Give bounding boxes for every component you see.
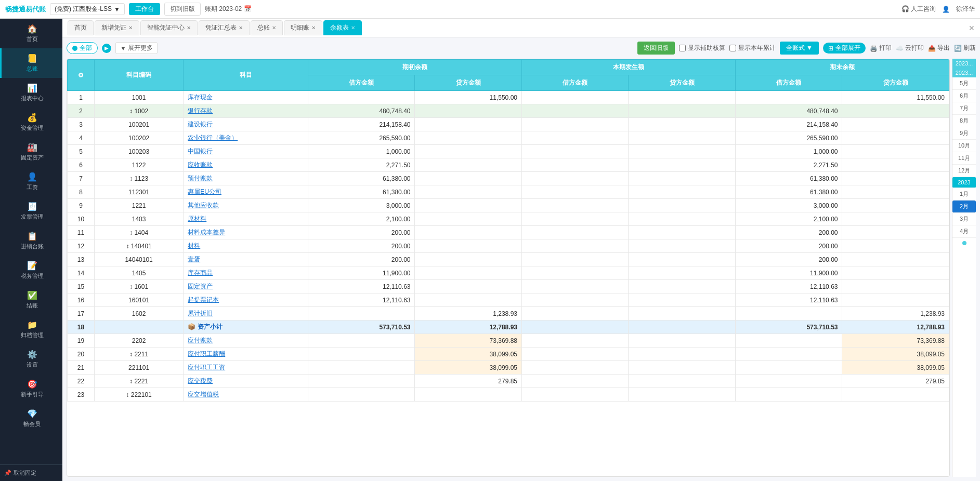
tab-voucher-summary[interactable]: 凭证汇总表 ✕ <box>199 20 250 35</box>
month-4[interactable]: 4月 <box>952 225 976 238</box>
row-name[interactable]: 预付账款 <box>184 172 308 185</box>
table-row: 21221101应付职工工资38,099.0538,099.05 <box>68 361 949 375</box>
tab-balance-close[interactable]: ✕ <box>351 25 355 31</box>
row-num: 3 <box>68 118 95 131</box>
row-num: 2 <box>68 104 95 118</box>
row-name[interactable]: 应交税费 <box>184 375 308 388</box>
sidebar-item-tax[interactable]: 📝 税务管理 <box>0 256 62 285</box>
row-name[interactable]: 📦 资产小计 <box>184 320 308 334</box>
switch-button[interactable]: 切到旧版 <box>164 3 201 16</box>
workbench-button[interactable]: 工作台 <box>129 3 160 15</box>
row-num: 17 <box>68 307 95 320</box>
month-5[interactable]: 5月 <box>952 77 976 90</box>
month-1[interactable]: 1月 <box>952 188 976 201</box>
tab-balance[interactable]: 余额表 ✕ <box>323 20 362 35</box>
row-name[interactable]: 应付账款 <box>184 334 308 348</box>
month-2[interactable]: 2月 <box>952 201 976 213</box>
sidebar-item-reports[interactable]: 📊 报表中心 <box>0 78 62 108</box>
sidebar-item-invoices[interactable]: 🧾 发票管理 <box>0 196 62 226</box>
row-name[interactable]: 库存现金 <box>184 91 308 104</box>
row-name[interactable]: 材料成本差异 <box>184 226 308 239</box>
row-name[interactable]: 农业银行（美金） <box>184 131 308 145</box>
sidebar-unpin[interactable]: 📌 取消固定 <box>0 464 62 481</box>
row-name[interactable]: 中国银行 <box>184 145 308 158</box>
row-name[interactable]: 其他应收款 <box>184 199 308 212</box>
month-3[interactable]: 3月 <box>952 213 976 225</box>
row-name[interactable]: 库存商品 <box>184 266 308 280</box>
row-amount-0: 2,100.00 <box>308 212 415 226</box>
tab-home[interactable]: 首页 <box>68 20 94 35</box>
filter-arrow[interactable]: ▶ <box>102 44 111 53</box>
row-name[interactable]: 惠属EU公司 <box>184 185 308 199</box>
tab-ledger[interactable]: 总账 ✕ <box>251 20 283 35</box>
refresh-button[interactable]: 🔄 刷新 <box>954 44 976 52</box>
month-12[interactable]: 12月 <box>952 165 976 177</box>
auxiliary-check[interactable] <box>679 45 686 51</box>
archive-icon: 📁 <box>27 320 37 330</box>
row-amount-1 <box>415 131 522 145</box>
row-name[interactable]: 银行存款 <box>184 104 308 118</box>
sidebar-item-settings[interactable]: ⚙️ 设置 <box>0 344 62 374</box>
row-code: 160101 <box>94 293 183 307</box>
print-button[interactable]: 🖨️ 打印 <box>870 44 892 52</box>
row-name[interactable]: 固定资产 <box>184 280 308 293</box>
sidebar-item-member[interactable]: 💎 畅会员 <box>0 404 62 433</box>
row-name[interactable]: 材料 <box>184 239 308 253</box>
show-annual-checkbox[interactable]: 显示本年累计 <box>729 44 776 52</box>
row-amount-1 <box>415 253 522 266</box>
month-8[interactable]: 8月 <box>952 115 976 127</box>
sidebar-item-purchase[interactable]: 📋 进销台账 <box>0 226 62 256</box>
gear-header[interactable]: ⚙ <box>68 60 95 91</box>
year-2023[interactable]: 2023 <box>952 177 976 188</box>
sidebar-item-settlement[interactable]: ✅ 结账 <box>0 285 62 315</box>
month-10[interactable]: 10月 <box>952 140 976 152</box>
close-all-tabs[interactable]: ✕ <box>969 24 975 32</box>
expand-button[interactable]: ▼ 展开更多 <box>115 42 158 54</box>
row-name[interactable]: 起提票记本 <box>184 293 308 307</box>
row-name[interactable]: 壹蛋 <box>184 253 308 266</box>
consult-label[interactable]: 🎧 人工咨询 <box>901 5 936 14</box>
show-auxiliary-checkbox[interactable]: 显示辅助核算 <box>679 44 725 52</box>
return-button[interactable]: 返回旧版 <box>637 42 675 55</box>
month-7[interactable]: 7月 <box>952 102 976 115</box>
sidebar-item-hr[interactable]: 👤 工资 <box>0 167 62 196</box>
row-name[interactable]: 应交增值税 <box>184 388 308 402</box>
expand-all-toggle[interactable]: ⊞ 全部展开 <box>823 43 866 54</box>
month-9[interactable]: 9月 <box>952 127 976 140</box>
tab-ledger-close[interactable]: ✕ <box>272 25 276 31</box>
tab-detail-close[interactable]: ✕ <box>311 25 316 31</box>
export-button[interactable]: 📤 导出 <box>928 44 950 52</box>
row-amount-4 <box>735 91 842 104</box>
tab-voucher-summary-close[interactable]: ✕ <box>239 25 243 31</box>
mode-button[interactable]: 全账式 ▼ <box>780 42 819 55</box>
row-amount-4: 265,590.00 <box>735 131 842 145</box>
sidebar-item-ledger[interactable]: 📒 总账 <box>0 48 62 78</box>
cloud-print-button[interactable]: ☁️ 云打印 <box>896 44 924 52</box>
sidebar-item-funds[interactable]: 💰 资金管理 <box>0 108 62 137</box>
tab-smart-voucher-close[interactable]: ✕ <box>187 25 191 31</box>
row-amount-5: 38,099.05 <box>842 361 949 375</box>
tab-new-voucher-close[interactable]: ✕ <box>128 25 133 31</box>
settings-icon: ⚙️ <box>27 350 37 359</box>
sidebar-item-assets[interactable]: 🏭 固定资产 <box>0 137 62 167</box>
sidebar-label-home: 首页 <box>27 35 38 43</box>
row-name[interactable]: 建设银行 <box>184 118 308 131</box>
tab-detail[interactable]: 明细账 ✕ <box>284 20 322 35</box>
expand-icon: ▼ <box>120 45 126 52</box>
company-selector[interactable]: (免费) 江西股金-LSS ▼ <box>50 3 125 15</box>
annual-check[interactable] <box>729 45 736 51</box>
sidebar-item-archive[interactable]: 📁 归档管理 <box>0 315 62 344</box>
row-name[interactable]: 应付职工工资 <box>184 361 308 375</box>
sidebar-item-guide[interactable]: 🎯 新手引导 <box>0 374 62 404</box>
row-name[interactable]: 累计折旧 <box>184 307 308 320</box>
filter-tag[interactable]: 全部 <box>67 42 98 54</box>
row-name[interactable]: 应付职工薪酬 <box>184 348 308 361</box>
row-name[interactable]: 应收账款 <box>184 158 308 172</box>
tab-new-voucher[interactable]: 新增凭证 ✕ <box>95 20 139 35</box>
month-11[interactable]: 11月 <box>952 152 976 165</box>
tab-smart-voucher[interactable]: 智能凭证中心 ✕ <box>140 20 198 35</box>
sidebar-item-home[interactable]: 🏠 首页 <box>0 19 62 48</box>
row-name[interactable]: 原材料 <box>184 212 308 226</box>
row-amount-5 <box>842 388 949 402</box>
month-6[interactable]: 6月 <box>952 90 976 102</box>
